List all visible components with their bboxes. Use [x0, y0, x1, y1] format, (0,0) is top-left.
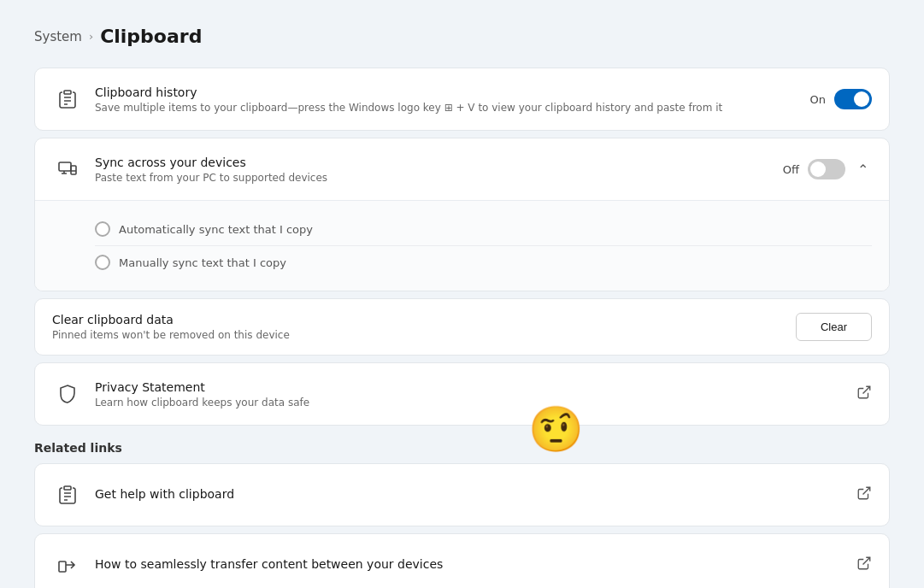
clear-clipboard-subtitle: Pinned items won't be removed on this de…	[52, 329, 796, 341]
sync-devices-expand-button[interactable]: ⌃	[854, 158, 872, 181]
help-clipboard-icon	[52, 479, 83, 510]
help-clipboard-text: Get help with clipboard	[95, 487, 856, 503]
clear-button[interactable]: Clear	[796, 313, 872, 341]
sync-devices-card: Sync across your devices Paste text from…	[34, 138, 890, 291]
page-title: Clipboard	[100, 26, 202, 47]
auto-sync-radio-row[interactable]: Automatically sync text that I copy	[95, 213, 872, 245]
svg-rect-7	[64, 486, 71, 490]
sync-devices-control: Off ⌃	[783, 158, 872, 181]
help-clipboard-title: Get help with clipboard	[95, 487, 856, 501]
clear-clipboard-title: Clear clipboard data	[52, 313, 796, 326]
transfer-external-icon	[856, 556, 872, 574]
manual-sync-radio[interactable]	[95, 255, 110, 270]
clipboard-history-icon	[52, 84, 83, 115]
transfer-clipboard-icon	[52, 550, 83, 580]
svg-rect-0	[64, 91, 71, 94]
svg-line-11	[863, 487, 870, 494]
clipboard-history-toggle[interactable]	[834, 89, 872, 109]
svg-line-13	[863, 557, 870, 564]
clear-clipboard-row: Clear clipboard data Pinned items won't …	[35, 299, 889, 355]
sync-devices-toggle-label: Off	[783, 163, 799, 176]
manual-sync-radio-row[interactable]: Manually sync text that I copy	[95, 246, 872, 279]
manual-sync-label: Manually sync text that I copy	[119, 256, 286, 269]
sync-devices-toggle[interactable]	[808, 159, 845, 179]
help-clipboard-card[interactable]: Get help with clipboard	[34, 463, 890, 526]
svg-line-6	[863, 386, 870, 393]
breadcrumb-chevron-icon: ›	[89, 30, 93, 43]
privacy-statement-card[interactable]: Privacy Statement Learn how clipboard ke…	[34, 362, 890, 426]
privacy-icon	[52, 379, 83, 409]
privacy-external-link-icon	[856, 385, 872, 403]
clipboard-history-control: On	[810, 89, 872, 109]
clear-clipboard-text: Clear clipboard data Pinned items won't …	[52, 313, 796, 341]
sync-expanded-section: Automatically sync text that I copy Manu…	[35, 200, 889, 291]
transfer-clipboard-row[interactable]: How to seamlessly transfer content betwe…	[35, 534, 889, 588]
sync-devices-title: Sync across your devices	[95, 156, 783, 169]
transfer-clipboard-text: How to seamlessly transfer content betwe…	[95, 557, 856, 573]
transfer-clipboard-card[interactable]: How to seamlessly transfer content betwe…	[34, 533, 890, 588]
privacy-text: Privacy Statement Learn how clipboard ke…	[95, 380, 856, 409]
breadcrumb: System › Clipboard	[34, 26, 890, 47]
clipboard-history-subtitle: Save multiple items to your clipboard—pr…	[95, 102, 810, 114]
help-clipboard-row[interactable]: Get help with clipboard	[35, 464, 889, 526]
sync-devices-text: Sync across your devices Paste text from…	[95, 156, 783, 184]
clipboard-history-title: Clipboard history	[95, 85, 810, 99]
svg-rect-12	[59, 562, 66, 572]
help-clipboard-external-icon	[856, 485, 872, 504]
clipboard-history-toggle-label: On	[810, 93, 826, 106]
privacy-subtitle: Learn how clipboard keeps your data safe	[95, 397, 856, 409]
breadcrumb-system[interactable]: System	[34, 29, 82, 44]
related-links-heading: Related links	[34, 441, 890, 455]
sync-devices-icon	[52, 154, 83, 185]
svg-rect-4	[59, 162, 71, 171]
clipboard-history-card: Clipboard history Save multiple items to…	[34, 68, 890, 131]
transfer-clipboard-title: How to seamlessly transfer content betwe…	[95, 557, 856, 571]
clear-clipboard-card: Clear clipboard data Pinned items won't …	[34, 298, 890, 356]
windows-key-icon: ⊞	[444, 102, 456, 114]
privacy-title: Privacy Statement	[95, 380, 856, 394]
sync-devices-subtitle: Paste text from your PC to supported dev…	[95, 172, 783, 184]
svg-rect-5	[71, 166, 76, 174]
auto-sync-label: Automatically sync text that I copy	[119, 223, 313, 236]
auto-sync-radio[interactable]	[95, 221, 110, 237]
clipboard-history-text: Clipboard history Save multiple items to…	[95, 85, 810, 114]
